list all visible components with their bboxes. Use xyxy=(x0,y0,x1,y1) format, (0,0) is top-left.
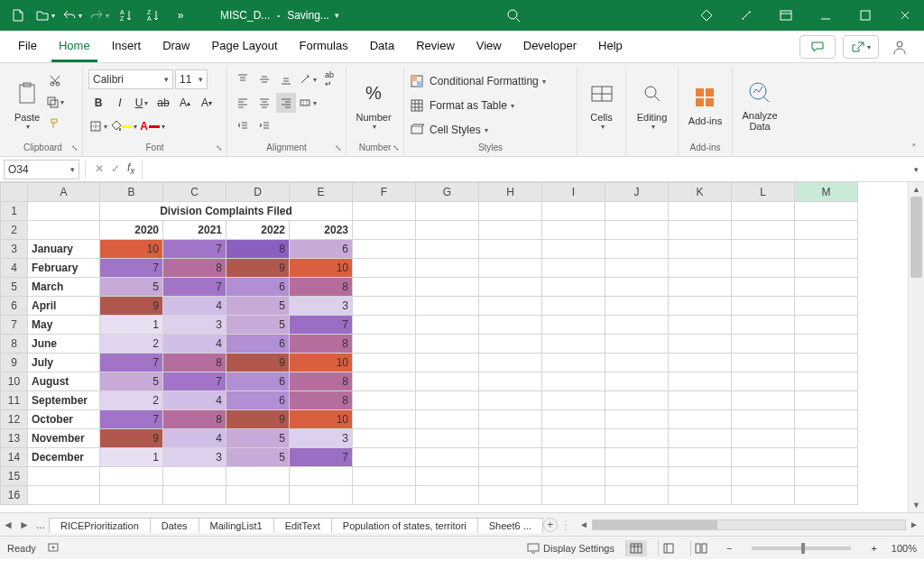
col-header-K[interactable]: K xyxy=(669,183,732,202)
align-middle-icon[interactable] xyxy=(254,69,274,89)
data-cell[interactable]: 7 xyxy=(290,316,353,335)
col-header-H[interactable]: H xyxy=(479,183,542,202)
maximize-button[interactable] xyxy=(846,0,884,31)
data-cell[interactable]: 3 xyxy=(290,297,353,316)
data-cell[interactable]: 8 xyxy=(226,240,290,259)
month-cell[interactable]: October xyxy=(28,410,100,429)
tab-review[interactable]: Review xyxy=(409,32,462,62)
data-cell[interactable]: 5 xyxy=(226,297,290,316)
data-cell[interactable]: 8 xyxy=(290,391,353,410)
col-header-I[interactable]: I xyxy=(542,183,605,202)
year-header[interactable]: 2020 xyxy=(100,221,163,240)
addins-button[interactable]: Add-ins xyxy=(684,69,726,139)
row-header-2[interactable]: 2 xyxy=(1,221,28,240)
month-cell[interactable]: January xyxy=(28,240,100,259)
row-header-12[interactable]: 12 xyxy=(1,410,28,429)
sort-asc-icon[interactable]: AZ xyxy=(114,3,139,28)
cells-button[interactable]: Cells▾ xyxy=(583,69,620,139)
data-cell[interactable]: 2 xyxy=(100,335,163,354)
zoom-in-button[interactable]: + xyxy=(867,543,880,554)
borders-button[interactable]: ▾ xyxy=(88,116,108,136)
row-header-14[interactable]: 14 xyxy=(1,448,28,467)
select-all-corner[interactable] xyxy=(1,183,28,202)
hscroll-thumb[interactable] xyxy=(593,520,717,529)
data-cell[interactable]: 9 xyxy=(226,410,290,429)
analyze-data-button[interactable]: Analyze Data xyxy=(738,69,781,139)
font-name-combo[interactable]: Calibri▾ xyxy=(88,69,173,89)
format-painter-icon[interactable] xyxy=(45,114,65,133)
data-cell[interactable]: 5 xyxy=(100,372,163,391)
data-cell[interactable]: 2 xyxy=(100,391,163,410)
horizontal-scrollbar[interactable]: ◄ ► xyxy=(574,519,924,530)
page-layout-view-icon[interactable] xyxy=(658,540,679,556)
enter-formula-icon[interactable]: ✓ xyxy=(111,162,120,175)
display-settings-button[interactable]: Display Settings xyxy=(527,543,614,554)
tab-file[interactable]: File xyxy=(11,32,44,62)
data-cell[interactable]: 9 xyxy=(100,297,163,316)
data-cell[interactable]: 7 xyxy=(100,410,163,429)
data-cell[interactable]: 3 xyxy=(290,429,353,448)
data-cell[interactable]: 8 xyxy=(163,354,226,372)
col-header-G[interactable]: G xyxy=(416,183,479,202)
copy-icon[interactable]: ▾ xyxy=(45,92,65,112)
month-cell[interactable]: August xyxy=(28,372,100,391)
year-header[interactable]: 2023 xyxy=(290,221,353,240)
data-cell[interactable]: 7 xyxy=(163,372,226,391)
shrink-font-button[interactable]: A▾ xyxy=(197,93,217,113)
number-format-button[interactable]: % Number▾ xyxy=(352,69,395,139)
strike-button[interactable]: ab xyxy=(153,93,173,113)
align-top-icon[interactable] xyxy=(233,69,253,89)
qat-overflow-icon[interactable]: » xyxy=(168,3,193,28)
data-cell[interactable]: 6 xyxy=(226,372,290,391)
scroll-up-icon[interactable]: ▲ xyxy=(909,182,924,197)
col-header-A[interactable]: A xyxy=(28,183,100,202)
new-file-icon[interactable] xyxy=(5,3,31,28)
year-header[interactable]: 2021 xyxy=(163,221,226,240)
cancel-formula-icon[interactable]: ✕ xyxy=(95,162,104,175)
row-header-10[interactable]: 10 xyxy=(1,372,28,391)
table-title[interactable]: Division Complaints Filed xyxy=(100,202,353,221)
data-cell[interactable]: 6 xyxy=(226,335,290,354)
tab-insert[interactable]: Insert xyxy=(105,32,149,62)
sheet-nav-prev[interactable]: ◄ xyxy=(0,519,16,531)
expand-formula-bar-icon[interactable]: ▾ xyxy=(908,165,924,174)
row-header-3[interactable]: 3 xyxy=(1,240,28,259)
editing-button[interactable]: Editing▾ xyxy=(632,69,672,139)
month-cell[interactable]: December xyxy=(28,448,100,467)
data-cell[interactable]: 5 xyxy=(226,448,290,467)
hscroll-left-icon[interactable]: ◄ xyxy=(578,519,590,529)
alignment-dialog-launcher[interactable]: ⤡ xyxy=(333,142,344,153)
data-cell[interactable]: 4 xyxy=(163,391,226,410)
tab-draw[interactable]: Draw xyxy=(155,32,197,62)
data-cell[interactable]: 6 xyxy=(290,240,353,259)
month-cell[interactable]: April xyxy=(28,297,100,316)
font-size-combo[interactable]: 11▾ xyxy=(175,69,208,89)
paste-button[interactable]: Paste▾ xyxy=(9,69,45,139)
number-dialog-launcher[interactable]: ⤡ xyxy=(391,142,402,153)
macro-recorder-icon[interactable] xyxy=(47,541,60,556)
data-cell[interactable]: 5 xyxy=(226,316,290,335)
sort-desc-icon[interactable]: ZA xyxy=(141,3,166,28)
data-cell[interactable]: 8 xyxy=(163,410,226,429)
tab-formulas[interactable]: Formulas xyxy=(292,32,356,62)
name-box[interactable]: O34▾ xyxy=(4,160,79,179)
normal-view-icon[interactable] xyxy=(625,540,647,556)
row-header-15[interactable]: 15 xyxy=(1,467,28,486)
data-cell[interactable]: 4 xyxy=(163,297,226,316)
data-cell[interactable]: 10 xyxy=(100,240,163,259)
close-button[interactable] xyxy=(886,0,924,31)
redo-icon[interactable]: ▾ xyxy=(87,3,112,28)
col-header-F[interactable]: F xyxy=(353,183,416,202)
data-cell[interactable]: 6 xyxy=(226,391,290,410)
month-cell[interactable]: June xyxy=(28,335,100,354)
row-header-16[interactable]: 16 xyxy=(1,486,28,505)
increase-indent-icon[interactable] xyxy=(254,116,274,136)
year-header[interactable]: 2022 xyxy=(226,221,290,240)
hscroll-right-icon[interactable]: ► xyxy=(908,519,920,529)
col-header-J[interactable]: J xyxy=(605,183,669,202)
sheet-tab-population[interactable]: Population of states, territori xyxy=(331,518,478,533)
sheet-overflow[interactable]: ... xyxy=(32,519,49,531)
decrease-indent-icon[interactable] xyxy=(233,116,253,136)
fx-icon[interactable]: fx xyxy=(127,161,134,176)
formula-bar[interactable] xyxy=(142,160,908,179)
